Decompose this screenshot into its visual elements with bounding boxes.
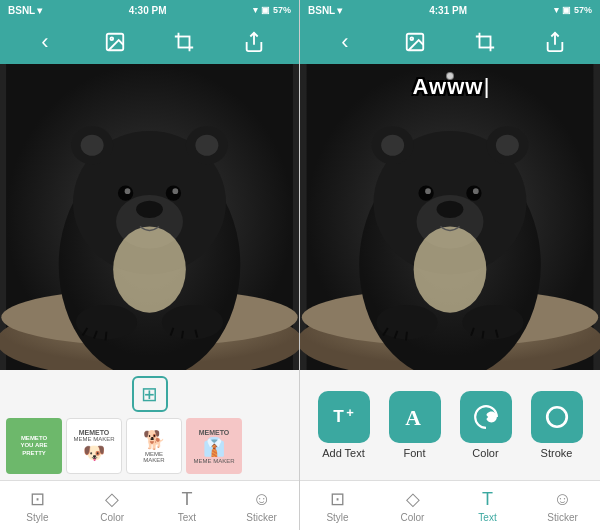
right-status-right: ▾ ▣ 57% [554,5,592,15]
right-sticker-tab-icon: ☺ [553,489,571,510]
right-signal-icon: ▾ [337,5,342,16]
right-tab-color[interactable]: ◇ Color [375,488,450,523]
left-wifi-icon: ▾ [253,5,258,15]
svg-text:A: A [405,406,421,430]
left-status-bar: BSNL ▾ 4:30 PM ▾ ▣ 57% [0,0,299,20]
right-font-button[interactable]: A Font [389,391,441,459]
left-battery-pct: 57% [273,5,291,15]
left-sticker-frame-icon[interactable]: ⊞ [132,376,168,412]
left-color-label: Color [100,512,124,523]
right-time: 4:31 PM [429,5,467,16]
svg-text:+: + [346,405,354,420]
left-top-nav: ‹ [0,20,299,64]
right-tab-style[interactable]: ⊡ Style [300,488,375,523]
right-sticker-tab-label: Sticker [547,512,578,523]
right-tab-sticker[interactable]: ☺ Sticker [525,489,600,523]
right-top-nav: ‹ [300,20,600,64]
left-image-area [0,64,299,370]
left-battery-icon: ▣ [261,5,270,15]
left-tab-sticker[interactable]: ☺ Sticker [224,489,299,523]
left-style-icon: ⊡ [30,488,45,510]
right-add-text-button[interactable]: T + Add Text [318,391,370,459]
font-label: Font [403,447,425,459]
svg-point-17 [125,188,131,194]
left-carrier: BSNL [8,5,35,16]
right-color-button[interactable]: Color [460,391,512,459]
left-tab-text[interactable]: T Text [150,489,225,523]
left-sticker-3[interactable]: 🐕 MEMEMAKER [126,418,182,474]
add-text-icon-box: T + [318,391,370,443]
color-icon [473,404,499,430]
left-back-button[interactable]: ‹ [27,24,63,60]
right-crop-icon[interactable] [467,24,503,60]
svg-text:T: T [333,406,344,426]
color-label: Color [472,447,498,459]
right-style-label: Style [326,512,348,523]
svg-point-12 [195,135,218,156]
svg-point-45 [425,188,431,194]
svg-point-40 [496,135,519,156]
right-text-tab-label: Text [478,512,496,523]
svg-rect-2 [179,37,190,48]
left-panel: BSNL ▾ 4:30 PM ▾ ▣ 57% ‹ [0,0,300,530]
left-tab-color[interactable]: ◇ Color [75,488,150,523]
left-share-icon[interactable] [236,24,272,60]
right-color-tab-icon: ◇ [406,488,420,510]
left-style-label: Style [26,512,48,523]
right-back-button[interactable]: ‹ [327,24,363,60]
add-text-label: Add Text [322,447,365,459]
svg-point-47 [414,227,487,313]
left-sticker-icon: ☺ [252,489,270,510]
svg-line-54 [483,331,484,339]
right-tools-area: T + Add Text A Font Color [300,370,600,480]
svg-point-14 [136,201,163,218]
svg-point-18 [172,188,178,194]
svg-line-52 [406,332,407,341]
right-status-left: BSNL ▾ [308,5,342,16]
right-bear-container: Awww [300,64,600,370]
svg-line-24 [106,332,107,341]
left-tab-bar: ⊡ Style ◇ Color T Text ☺ Sticker [0,480,299,530]
left-status-right: ▾ ▣ 57% [253,5,291,15]
font-icon-box: A [389,391,441,443]
left-tab-style[interactable]: ⊡ Style [0,488,75,523]
left-image-icon[interactable] [97,24,133,60]
left-color-icon: ◇ [105,488,119,510]
svg-point-39 [381,135,404,156]
right-tab-text[interactable]: T Text [450,489,525,523]
text-anchor-dot [446,72,454,80]
right-battery-icon: ▣ [562,5,571,15]
left-text-icon: T [181,489,192,510]
left-status-left: BSNL ▾ [8,5,42,16]
right-stroke-button[interactable]: Stroke [531,391,583,459]
svg-point-11 [81,135,104,156]
right-share-icon[interactable] [537,24,573,60]
left-signal-icon: ▾ [37,5,42,16]
right-image-area: Awww [300,64,600,370]
stroke-icon [544,404,570,430]
svg-point-59 [547,407,567,427]
svg-point-29 [410,37,413,40]
left-bear-container [0,64,299,370]
right-text-tab-icon: T [482,489,493,510]
left-sticker-4[interactable]: MEMETO 👔 MEME MAKER [186,418,242,474]
left-bear-svg [0,64,299,370]
left-sticker-area: ⊞ MEMETOYOU AREPRETTY MEMETO MEME MAKER … [0,370,299,480]
right-bear-svg [300,64,600,370]
right-image-icon[interactable] [397,24,433,60]
right-panel: BSNL ▾ 4:31 PM ▾ ▣ 57% ‹ [300,0,600,530]
text-cursor [485,78,487,98]
svg-line-26 [182,331,183,339]
right-tab-bar: ⊡ Style ◇ Color T Text ☺ Sticker [300,480,600,530]
right-wifi-icon: ▾ [554,5,559,15]
left-sticker-icon-row: ⊞ [132,376,168,412]
left-crop-icon[interactable] [166,24,202,60]
left-sticker-2[interactable]: MEMETO MEME MAKER 🐶 [66,418,122,474]
left-sticker-scroll[interactable]: MEMETOYOU AREPRETTY MEMETO MEME MAKER 🐶 … [0,416,299,476]
left-sticker-1-label: MEMETOYOU AREPRETTY [20,435,47,457]
right-style-icon: ⊡ [330,488,345,510]
left-sticker-1[interactable]: MEMETOYOU AREPRETTY [6,418,62,474]
left-time: 4:30 PM [129,5,167,16]
color-icon-box [460,391,512,443]
svg-point-1 [110,37,113,40]
